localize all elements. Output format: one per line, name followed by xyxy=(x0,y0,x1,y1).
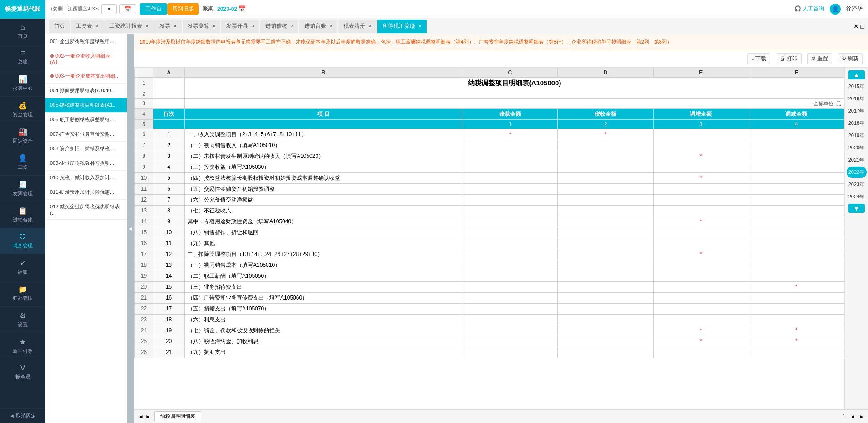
tab-invoice-calc[interactable]: 发票测算× xyxy=(183,20,221,33)
cell-decrease[interactable] xyxy=(749,347,844,358)
cell-decrease[interactable] xyxy=(749,303,844,314)
left-panel-item-011[interactable]: 011-研发费用加计扣除优惠... xyxy=(45,185,127,200)
cell-decrease[interactable] xyxy=(749,271,844,281)
left-panel-item-001[interactable]: 001-企业所得税年度纳税申... xyxy=(45,34,127,49)
year-2019[interactable]: 2019年 xyxy=(847,130,867,141)
year-2016[interactable]: 2016年 xyxy=(847,93,867,104)
cell-item[interactable]: （二）未按权责发生制原则确认的收入（填写A105020） xyxy=(185,151,462,162)
cell-account[interactable]: * xyxy=(462,129,558,140)
cell-item[interactable]: （一）视同销售成本（填写A105010） xyxy=(185,260,462,271)
cell-account[interactable] xyxy=(462,238,558,249)
left-panel-item-002[interactable]: ⊗ 002-一般企业收入明细表(A1... xyxy=(45,49,127,69)
cell-tax[interactable] xyxy=(558,140,653,151)
cell-decrease[interactable]: * xyxy=(749,281,844,292)
tab-close-purchase-check[interactable]: × xyxy=(291,24,293,29)
year-2022[interactable]: 2022年 xyxy=(847,167,867,178)
left-panel-item-004[interactable]: 004-期间费用明细表(A1040... xyxy=(45,84,127,98)
cell-increase[interactable] xyxy=(653,303,749,314)
sidebar-item-asset[interactable]: 💰 资金管理 xyxy=(0,97,45,123)
cell-decrease[interactable] xyxy=(749,260,844,271)
cell-decrease[interactable] xyxy=(749,162,844,172)
cell-increase[interactable]: * xyxy=(653,249,749,260)
horizontal-scroll-left[interactable]: ◄ xyxy=(850,413,855,420)
left-panel-item-005[interactable]: 005-纳税调整项目明细表(A1... xyxy=(45,98,127,113)
cell-item[interactable]: （六）利息支出 xyxy=(185,314,462,325)
cell-account[interactable] xyxy=(462,281,558,292)
cell-item[interactable]: （八）税收滞纳金、加收利息 xyxy=(185,336,462,347)
tab-close-purchase-ledger[interactable]: × xyxy=(330,24,332,29)
cell-tax[interactable] xyxy=(558,183,653,194)
cell-account[interactable] xyxy=(462,260,558,271)
refresh-btn[interactable]: ↻ 刷新 xyxy=(838,53,863,64)
scroll-right-btn[interactable]: ► xyxy=(145,413,151,420)
horizontal-scroll-right[interactable]: ► xyxy=(859,413,864,420)
sidebar-item-member[interactable]: V 畅会员 xyxy=(0,359,45,385)
cell-item[interactable]: （七）不征税收入 xyxy=(185,205,462,216)
cell-item[interactable]: 一、收入类调整项目（2+3+4+5+6+7+8+10+11） xyxy=(185,129,462,140)
tab-close-payroll[interactable]: × xyxy=(96,24,99,29)
workbench-btn[interactable]: 工作台 xyxy=(140,3,167,15)
cell-account[interactable] xyxy=(462,303,558,314)
cell-account[interactable] xyxy=(462,271,558,281)
cell-account[interactable] xyxy=(462,249,558,260)
cell-item[interactable]: （七）罚金、罚款和被没收财物的损失 xyxy=(185,325,462,336)
tab-invoice-open[interactable]: 发票开具× xyxy=(221,20,259,33)
cell-decrease[interactable] xyxy=(749,183,844,194)
cell-decrease[interactable] xyxy=(749,216,844,227)
year-2020[interactable]: 2020年 xyxy=(847,142,867,153)
cell-decrease[interactable] xyxy=(749,314,844,325)
cell-tax[interactable] xyxy=(558,194,653,205)
tab-close-tax-list[interactable]: × xyxy=(369,24,372,29)
left-panel-item-008[interactable]: 008-资产折旧、摊销及纳税... xyxy=(45,142,127,156)
cell-increase[interactable]: * xyxy=(653,216,749,227)
year-2017[interactable]: 2017年 xyxy=(847,105,867,117)
cell-increase[interactable]: * xyxy=(653,325,749,336)
cell-increase[interactable]: * xyxy=(653,336,749,347)
sidebar-item-general[interactable]: ≡ 总账 xyxy=(0,44,45,70)
cell-decrease[interactable] xyxy=(749,249,844,260)
cell-account[interactable] xyxy=(462,336,558,347)
cell-item[interactable]: 二、扣除类调整项目（13+14+...24+26+27+28+29+30） xyxy=(185,249,462,260)
cell-increase[interactable]: * xyxy=(653,172,749,183)
cell-account[interactable] xyxy=(462,314,558,325)
cell-decrease[interactable] xyxy=(749,205,844,216)
cell-tax[interactable] xyxy=(558,216,653,227)
tab-close-invoice[interactable]: × xyxy=(174,24,177,29)
cell-increase[interactable] xyxy=(653,281,749,292)
cell-increase[interactable] xyxy=(653,183,749,194)
cell-tax[interactable]: * xyxy=(558,129,653,140)
cell-account[interactable] xyxy=(462,347,558,358)
cell-tax[interactable] xyxy=(558,151,653,162)
cell-tax[interactable] xyxy=(558,172,653,183)
left-panel-item-003[interactable]: ⊗ 003-一般企业成本支出明细... xyxy=(45,69,127,84)
year-2021[interactable]: 2021年 xyxy=(847,154,867,166)
tab-invoice[interactable]: 发票× xyxy=(154,20,182,33)
tab-payroll[interactable]: 工资表× xyxy=(71,20,104,33)
left-panel-item-007[interactable]: 007-广告费和业务宣传费附... xyxy=(45,127,127,142)
tab-close-invoice-calc[interactable]: × xyxy=(213,24,216,29)
sidebar-item-payroll[interactable]: 👤 工资 xyxy=(0,149,45,176)
calendar-btn[interactable]: 📅 xyxy=(119,4,136,14)
cell-increase[interactable] xyxy=(653,194,749,205)
cell-decrease[interactable] xyxy=(749,227,844,238)
reset-btn[interactable]: ↺ 重置 xyxy=(807,53,832,64)
cell-account[interactable] xyxy=(462,292,558,303)
cell-account[interactable] xyxy=(462,140,558,151)
year-2024[interactable]: 2024年 xyxy=(847,191,867,202)
maximize-icon[interactable]: □ xyxy=(861,23,864,30)
cell-increase[interactable] xyxy=(653,347,749,358)
switch-old-btn[interactable]: 切到旧版 xyxy=(167,3,199,15)
collapse-panel-btn[interactable]: ◄ xyxy=(127,34,134,423)
sidebar-item-settings[interactable]: ⚙ 设置 xyxy=(0,307,45,333)
year-scroll-down[interactable]: ▼ xyxy=(848,204,865,213)
cell-item[interactable]: （二）职工薪酬（填写A105050） xyxy=(185,271,462,281)
cell-item[interactable]: （八）销售折扣、折让和退回 xyxy=(185,227,462,238)
left-panel-item-006[interactable]: 006-职工薪酬纳税调整明细... xyxy=(45,113,127,127)
sidebar-item-fixed[interactable]: 🏭 固定资产 xyxy=(0,123,45,149)
cell-account[interactable] xyxy=(462,183,558,194)
scroll-left-btn[interactable]: ◄ xyxy=(138,413,144,420)
sheet-main[interactable]: A B C D E F 1 xyxy=(134,68,844,409)
cell-increase[interactable] xyxy=(653,238,749,249)
cell-decrease[interactable] xyxy=(749,140,844,151)
cell-account[interactable] xyxy=(462,205,558,216)
